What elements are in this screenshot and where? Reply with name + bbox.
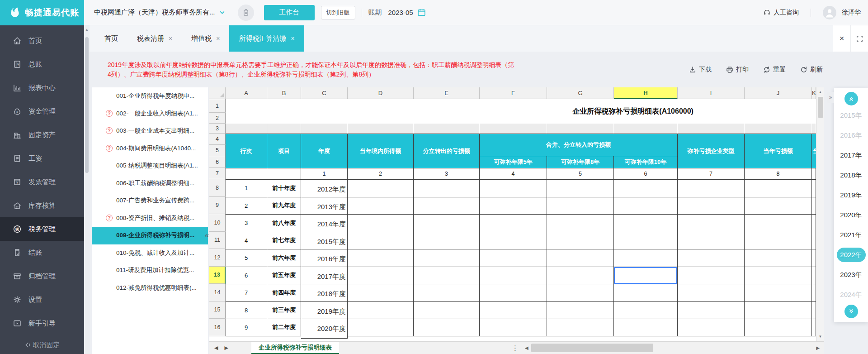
close-tab-icon[interactable]: ×: [169, 35, 172, 42]
cell-J11[interactable]: [745, 232, 812, 249]
cell-H16[interactable]: [614, 319, 678, 336]
cell-A10[interactable]: 3: [226, 214, 267, 232]
cell-D9[interactable]: [348, 197, 414, 215]
column-header-C[interactable]: C: [301, 87, 348, 99]
username[interactable]: 徐泽华: [842, 9, 861, 17]
row-header-1[interactable]: 1: [209, 99, 226, 113]
cell-E15[interactable]: [414, 301, 480, 319]
cell-D10[interactable]: [348, 214, 414, 232]
cell-F16[interactable]: [480, 319, 547, 336]
cell-A11[interactable]: 4: [226, 232, 267, 249]
sidebar-item-funds[interactable]: ¥资金管理: [0, 100, 84, 123]
cell-H10[interactable]: [614, 214, 678, 232]
cell-C15[interactable]: 2019年度: [301, 301, 348, 321]
sheet-menu-icon[interactable]: ⋮: [512, 344, 519, 352]
clipboard-badge-icon[interactable]: [238, 5, 254, 21]
sidebar-item-closing[interactable]: 结账: [0, 241, 84, 264]
cell-C14[interactable]: 2018年度: [301, 284, 348, 304]
cell-A13[interactable]: 6: [226, 267, 267, 284]
cell-G8[interactable]: [547, 179, 614, 197]
tab-home[interactable]: 首页: [95, 25, 127, 52]
live-support-button[interactable]: 人工咨询: [763, 9, 799, 17]
report-list-item[interactable]: ?008-资产折旧、摊销及纳税...: [92, 210, 208, 227]
cell-B13[interactable]: 前五年度: [267, 267, 301, 284]
cell-F10[interactable]: [480, 214, 547, 232]
row-header-4[interactable]: 4: [209, 134, 226, 145]
row-header-12[interactable]: 12: [209, 249, 226, 267]
column-header-J[interactable]: J: [745, 87, 812, 99]
cell-G10[interactable]: [547, 214, 614, 232]
cell-A9[interactable]: 2: [226, 197, 267, 215]
cell-B12[interactable]: 前六年度: [267, 249, 301, 267]
year-item-2019[interactable]: 2019年: [837, 185, 866, 205]
cell-G15[interactable]: [547, 301, 614, 319]
cell-I14[interactable]: [678, 284, 745, 301]
cell-K11[interactable]: [812, 232, 816, 249]
cell-B10[interactable]: 前八年度: [267, 214, 301, 232]
cell-K13[interactable]: [812, 267, 816, 284]
row-header-14[interactable]: 14: [209, 284, 226, 301]
cell-K8[interactable]: [812, 179, 816, 197]
cell-I8[interactable]: [678, 179, 745, 197]
report-list-item[interactable]: 010-免税、减计收入及加计...: [92, 244, 208, 262]
row-header-6[interactable]: 6: [209, 156, 226, 168]
cell-H13[interactable]: [614, 267, 678, 284]
cell-B8[interactable]: 前十年度: [267, 179, 301, 197]
cell-G12[interactable]: [547, 249, 614, 267]
cell-I10[interactable]: [678, 214, 745, 232]
cell-J9[interactable]: [745, 197, 812, 215]
cell-E16[interactable]: [414, 319, 480, 336]
cell-K15[interactable]: [812, 301, 816, 319]
column-header-F[interactable]: F: [480, 87, 547, 99]
scroll-up-icon[interactable]: ▲: [84, 28, 90, 32]
sidebar-item-general-ledger[interactable]: ¥总账: [0, 53, 84, 76]
cell-K14[interactable]: [812, 284, 816, 301]
year-item-2021[interactable]: 2021年: [837, 225, 866, 245]
close-all-tabs-icon[interactable]: ×: [833, 25, 850, 52]
prev-sheet-icon[interactable]: ◀: [211, 345, 221, 351]
cell-I16[interactable]: [678, 319, 745, 336]
sidebar-item-tax[interactable]: 税税务管理: [0, 217, 84, 241]
cell-E9[interactable]: [414, 197, 480, 215]
scroll-left-icon[interactable]: ◀: [523, 345, 530, 350]
cell-E8[interactable]: [414, 179, 480, 197]
sidebar-item-guide[interactable]: 新手引导: [0, 311, 84, 335]
tab-vat[interactable]: 增值税×: [182, 25, 229, 52]
cell-F8[interactable]: [480, 179, 547, 197]
sidebar-item-archive[interactable]: 归档管理: [0, 264, 84, 288]
report-list-item[interactable]: 012-减免所得税优惠明细表(...: [92, 279, 208, 297]
cell-C12[interactable]: 2016年度: [301, 249, 348, 269]
column-header-A[interactable]: A: [226, 87, 267, 99]
company-selector[interactable]: 中税网通广泽（天津）税务师事务所有...: [94, 8, 225, 17]
cell-I15[interactable]: [678, 301, 745, 319]
cell-A14[interactable]: 7: [226, 284, 267, 301]
cell-G13[interactable]: [547, 267, 614, 284]
avatar[interactable]: [823, 6, 836, 19]
vertical-scrollbar[interactable]: ▲ ▼: [816, 87, 824, 341]
sidebar-item-report-center[interactable]: 报表中心: [0, 76, 84, 100]
year-item-2020[interactable]: 2020年: [837, 205, 866, 225]
cell-B16[interactable]: 前二年度: [267, 319, 301, 336]
cell-G11[interactable]: [547, 232, 614, 249]
scroll-down-icon[interactable]: ▼: [819, 332, 822, 341]
cell-H8[interactable]: [614, 179, 678, 197]
period-value[interactable]: 2023-05: [388, 9, 413, 16]
report-list-item[interactable]: 007-广告费和业务宣传费跨...: [92, 192, 208, 210]
scrollbar-thumb[interactable]: [531, 344, 653, 352]
cell-I9[interactable]: [678, 197, 745, 215]
cell-C11[interactable]: 2015年度: [301, 232, 348, 252]
report-list-item[interactable]: ?004-期间费用明细表(A1040...: [92, 140, 208, 158]
collapse-year-panel-handle[interactable]: »: [827, 92, 834, 103]
sidebar-scrollbar[interactable]: ▲: [84, 25, 90, 354]
workbench-button[interactable]: 工作台: [264, 5, 315, 20]
scrollbar-thumb[interactable]: [85, 37, 89, 173]
scrollbar-thumb[interactable]: [818, 97, 823, 118]
cell-C13[interactable]: 2017年度: [301, 267, 348, 287]
collapse-report-list-handle[interactable]: «: [203, 228, 210, 243]
cell-E10[interactable]: [414, 214, 480, 232]
cell-A16[interactable]: 9: [226, 319, 267, 336]
horizontal-scrollbar[interactable]: ◀ ▶: [523, 342, 821, 354]
tab-tax-register[interactable]: 税表清册×: [127, 25, 182, 52]
cell-K9[interactable]: [812, 197, 816, 215]
row-header-10[interactable]: 10: [209, 214, 226, 232]
